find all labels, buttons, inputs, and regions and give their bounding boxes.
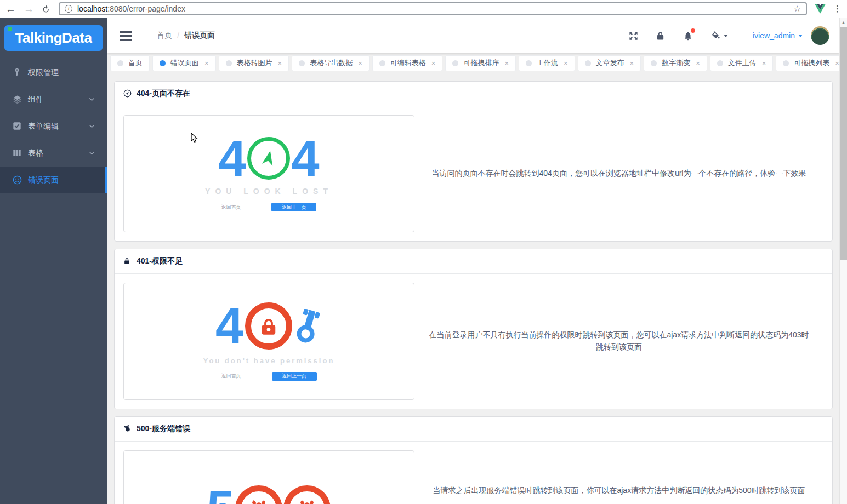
close-icon[interactable]: [278, 60, 282, 67]
sidebar-item-form-edit[interactable]: 表单编辑: [0, 113, 107, 140]
tab-dot: [226, 60, 232, 66]
chevron-down-icon: [724, 35, 728, 37]
error-401-art: 4 You don't have permission 返回首页: [203, 302, 335, 381]
error-500-art: 5: [207, 485, 331, 504]
tab-drag-list[interactable]: 可拖拽列表: [776, 55, 846, 71]
browser-refresh-icon[interactable]: [42, 4, 51, 14]
sidebar-item-error-pages[interactable]: 错误页面: [0, 167, 107, 193]
url-text[interactable]: localhost:8080/error-page/index: [77, 4, 185, 13]
close-icon[interactable]: [431, 60, 436, 67]
lock-icon[interactable]: [656, 30, 667, 41]
tab-article-publish[interactable]: 文章发布: [578, 55, 641, 71]
close-icon[interactable]: [762, 60, 766, 67]
card-404-header: 404-页面不存在: [115, 82, 832, 106]
tab-dot: [160, 60, 166, 66]
card-500-body: 5 当请求之后出现服务端错误时跳转到该页面，你可以在ajax请求: [115, 442, 832, 504]
sad-face-icon: [13, 175, 22, 185]
sidebar-item-permissions[interactable]: 权限管理: [0, 59, 107, 86]
card-401-body: 4 You don't have permission 返回首页: [115, 274, 832, 409]
user-menu[interactable]: iview_admin: [753, 31, 803, 40]
card-404-description: 当访问的页面不存在时会跳转到404页面，您可以在浏览器地址栏中修改url为一个不…: [414, 115, 823, 232]
tab-table-export[interactable]: 表格导出数据: [292, 55, 370, 71]
key-icon: [294, 309, 322, 343]
error-401-preview: 4 You don't have permission 返回首页: [123, 283, 414, 400]
card-title: 401-权限不足: [137, 256, 183, 266]
card-500-description: 当请求之后出现服务端错误时跳转到该页面，你可以在ajax请求方法中判断返回的状态…: [414, 450, 823, 504]
open-tabs-bar: 首页 错误页面 表格转图片 表格导出数据 可编辑表格 可拖拽排序 工作流 文章发…: [107, 53, 839, 73]
top-header: 首页 / 错误页面: [107, 18, 839, 53]
fullscreen-icon[interactable]: [628, 30, 639, 41]
sidebar-item-label: 表格: [28, 148, 43, 158]
browser-forward-icon[interactable]: →: [24, 4, 34, 14]
card-401: 401-权限不足 4: [114, 249, 833, 409]
tab-label: 数字渐变: [662, 58, 690, 68]
sidebar: TalkingData 权限管理 组件: [0, 18, 107, 504]
tab-dot: [651, 60, 657, 66]
page-scrollbar[interactable]: [839, 18, 847, 504]
vue-devtools-icon[interactable]: [815, 4, 826, 14]
tab-label: 工作流: [537, 58, 558, 68]
close-icon[interactable]: [358, 60, 362, 67]
avatar[interactable]: [811, 26, 829, 45]
tab-label: 可拖拽列表: [794, 58, 829, 68]
card-404-body: 4 4 YOU LOOK LOST 返回首页 返回上一页: [115, 106, 832, 241]
sidebar-item-label: 错误页面: [28, 175, 59, 185]
notification-badge: [691, 28, 695, 33]
close-icon[interactable]: [630, 60, 634, 67]
tab-error-pages[interactable]: 错误页面: [152, 55, 216, 71]
sidebar-item-tables[interactable]: 表格: [0, 140, 107, 167]
card-404: 404-页面不存在 4 4 YOU LOOK LOST: [114, 81, 833, 242]
digit-4: 4: [215, 303, 243, 348]
scrollbar-thumb[interactable]: [840, 27, 847, 260]
close-icon[interactable]: [564, 60, 568, 67]
digit-5: 5: [207, 486, 235, 504]
close-icon[interactable]: [696, 60, 700, 67]
browser-menu-icon[interactable]: [833, 4, 842, 14]
back-home-link[interactable]: 返回首页: [221, 373, 241, 380]
scrollbar-up-arrow[interactable]: [840, 18, 847, 26]
tab-file-upload[interactable]: 文件上传: [710, 55, 774, 71]
close-icon[interactable]: [835, 60, 839, 67]
back-previous-button[interactable]: 返回上一页: [272, 372, 317, 381]
layers-icon: [13, 95, 22, 104]
theme-switcher[interactable]: [710, 30, 728, 41]
close-icon[interactable]: [504, 60, 509, 67]
bell-icon[interactable]: [683, 30, 694, 41]
tab-editable-table[interactable]: 可编辑表格: [372, 55, 443, 71]
back-home-link[interactable]: 返回首页: [221, 204, 241, 211]
back-previous-button[interactable]: 返回上一页: [271, 203, 316, 211]
lock-icon: [123, 257, 132, 266]
tab-label: 可编辑表格: [390, 58, 426, 68]
address-bar[interactable]: i localhost:8080/error-page/index: [59, 2, 807, 15]
digit-4: 4: [291, 136, 319, 181]
chevron-down-icon: [89, 96, 95, 102]
hamburger-menu-icon[interactable]: [120, 29, 132, 43]
tab-home[interactable]: 首页: [110, 55, 150, 71]
tab-label: 表格导出数据: [310, 58, 353, 68]
tab-label: 可拖拽排序: [463, 58, 499, 68]
theme-bucket-icon: [710, 30, 721, 41]
error-404-preview: 4 4 YOU LOOK LOST 返回首页 返回上一页: [123, 115, 414, 232]
tab-drag-sort[interactable]: 可拖拽排序: [445, 55, 516, 71]
tab-table-to-image[interactable]: 表格转图片: [219, 55, 289, 71]
breadcrumb-current: 错误页面: [184, 31, 215, 41]
talkingdata-logo[interactable]: TalkingData: [4, 25, 103, 51]
key-icon: [13, 68, 22, 77]
tab-workflow[interactable]: 工作流: [519, 55, 575, 71]
bug-icon: [123, 425, 132, 433]
page-info-icon[interactable]: i: [65, 5, 72, 13]
browser-back-icon[interactable]: ←: [5, 4, 16, 14]
tab-dot: [585, 60, 591, 66]
close-icon[interactable]: [204, 60, 209, 67]
bookmark-star-icon[interactable]: [794, 4, 801, 14]
breadcrumb-home[interactable]: 首页: [157, 31, 172, 41]
bug-ring-icon: [235, 485, 282, 504]
card-title: 500-服务端错误: [137, 424, 190, 434]
card-401-header: 401-权限不足: [115, 249, 832, 274]
chevron-down-icon: [798, 35, 803, 37]
bug-ring-icon: [283, 485, 331, 504]
tab-number-gradient[interactable]: 数字渐变: [644, 55, 707, 71]
tab-dot: [526, 60, 532, 66]
sidebar-item-components[interactable]: 组件: [0, 86, 107, 113]
header-icon-group: [628, 30, 728, 41]
